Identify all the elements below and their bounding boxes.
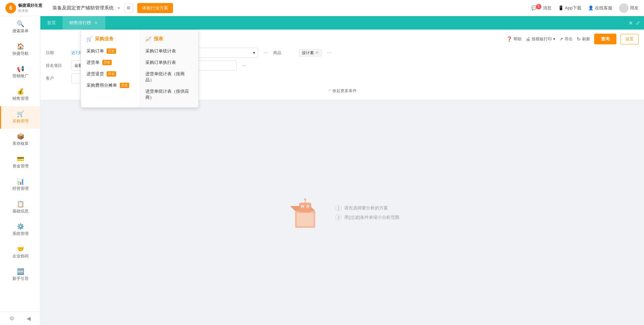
dropdown-inbound[interactable]: 进货单 历史 (81, 57, 140, 68)
app-download-btn[interactable]: 📱 App下载 (558, 5, 581, 11)
tab-home-label: 首页 (47, 20, 56, 26)
basic-info-icon: 📋 (17, 201, 24, 207)
sidebar-label-sales: 销售管理 (12, 96, 29, 101)
purchase-dropdown-menu: 🛒 采购业务 采购订单 历史 进货单 历史 进货退货 历史 (81, 30, 199, 108)
purchase-order-label: 采购订单 (86, 48, 104, 54)
sidebar: 🔍 搜索菜单 🏠 快捷导航 📢 营销推广 💰 销售管理 🛒 采购管理 📦 库存核… (0, 16, 40, 325)
sidebar-item-basic-info[interactable]: 📋 基础信息 (0, 196, 40, 219)
user-btn[interactable]: 用友 (619, 3, 639, 13)
sidebar-item-sales[interactable]: 💰 销售管理 (0, 84, 40, 106)
purchase-col-icon: 🛒 (86, 36, 92, 42)
service-icon: 👤 (588, 5, 594, 10)
dropdown-purchase-order-stats[interactable]: 采购订单统计表 (140, 45, 199, 57)
message-badge: 5 (536, 4, 541, 9)
sidebar-label-guide: 新手引导 (12, 276, 29, 282)
sidebar-collapse-btn[interactable]: ◀ (27, 315, 31, 322)
sidebar-item-search[interactable]: 🔍 搜索菜单 (0, 16, 40, 39)
search-icon: 🔍 (17, 21, 24, 27)
tab-bar-right: ✕ ⤢ (629, 20, 644, 26)
purchase-order-history-badge: 历史 (107, 48, 116, 54)
sidebar-bottom: ⚙ ◀ (0, 312, 40, 325)
sidebar-item-quick-nav[interactable]: 🏠 快捷导航 (0, 39, 40, 61)
sidebar-label-enterprise: 企业协同 (12, 253, 29, 259)
sidebar-item-guide[interactable]: 🆕 新手引导 (0, 264, 40, 286)
purchase-icon: 🛒 (17, 111, 24, 117)
report-col-icon: 📈 (145, 36, 151, 42)
sidebar-item-inventory[interactable]: 📦 库存核算 (0, 129, 40, 151)
purchase-col-title: 采购业务 (95, 36, 114, 42)
sidebar-label-marketing: 营销推广 (12, 73, 29, 79)
sidebar-label-quick-nav: 快捷导航 (12, 51, 29, 56)
inbound-return-history-badge: 历史 (107, 71, 116, 77)
content-area: 首页 销售排行榜 ✕ ✕ ⤢ ❓ 帮助 (40, 16, 644, 325)
sidebar-item-marketing[interactable]: 📢 营销推广 (0, 61, 40, 84)
sidebar-item-purchase[interactable]: 🛒 采购管理 (0, 106, 40, 129)
purchase-col-header: 🛒 采购业务 (81, 34, 140, 45)
industry-solution-btn[interactable]: 体验行业方案 (137, 3, 173, 13)
purchase-order-exec-label: 采购订单执行表 (145, 59, 176, 66)
sidebar-label-purchase: 采购管理 (12, 118, 29, 124)
purchase-fee-history-badge: 历史 (120, 83, 129, 88)
tab-sales-ranking-label: 销售排行榜 (69, 20, 91, 26)
marketing-icon: 📢 (17, 66, 24, 72)
message-label: 消息 (543, 5, 551, 11)
header-right: 💬 5 消息 📱 App下载 👤 在线客服 用友 (531, 3, 639, 13)
report-col-title: 报表 (154, 36, 163, 42)
top-header: 6 畅捷通好生意 标准版 装备及固定资产辅助管理系统 ▾ ⚙ 体验行业方案 💬 … (0, 0, 644, 16)
inbound-label: 进货单 (86, 59, 100, 66)
online-service-btn[interactable]: 👤 在线客服 (588, 5, 612, 11)
tab-close-all-icon[interactable]: ✕ (629, 20, 633, 26)
tab-bar: 首页 销售排行榜 ✕ ✕ ⤢ (40, 16, 644, 30)
dropdown-purchase-order[interactable]: 采购订单 历史 (81, 45, 140, 57)
system-name: 装备及固定资产辅助管理系统 (52, 5, 114, 11)
dropdown-inbound-stats-supplier[interactable]: 进货单统计表（按供应商） (140, 86, 199, 103)
tab-sales-ranking[interactable]: 销售排行榜 ✕ (63, 16, 105, 30)
brand-text: 畅捷通好生意 标准版 (18, 3, 42, 13)
sidebar-label-inventory: 库存核算 (12, 141, 29, 147)
inbound-history-badge: 历史 (102, 60, 112, 65)
message-btn[interactable]: 💬 5 消息 (531, 5, 551, 11)
dropdown-purchase-fee[interactable]: 采购费用分摊单 历史 (81, 80, 140, 91)
sales-icon: 💰 (17, 88, 24, 94)
inbound-stats-supplier-label: 进货单统计表（按供应商） (145, 88, 193, 100)
dropdown-inbound-stats-goods[interactable]: 进货单统计表（按商品） (140, 68, 199, 86)
purchase-fee-label: 采购费用分摊单 (86, 82, 117, 88)
sidebar-label-operation: 经营管理 (12, 186, 29, 192)
app-logo: 6 (5, 3, 16, 13)
dropdown-inbound-return[interactable]: 进货退货 历史 (81, 68, 140, 80)
enterprise-icon: 🤝 (17, 246, 24, 252)
inventory-icon: 📦 (17, 133, 24, 139)
phone-icon: 📱 (558, 5, 564, 10)
guide-icon: 🆕 (17, 269, 24, 275)
sidebar-item-operation[interactable]: 📊 经营管理 (0, 174, 40, 196)
dropdown-overlay[interactable]: 🛒 采购业务 采购订单 历史 进货单 历史 进货退货 历史 (40, 30, 644, 325)
sidebar-label-system: 系统管理 (12, 231, 29, 237)
tab-home[interactable]: 首页 (40, 16, 63, 30)
report-col-header: 📈 报表 (140, 34, 199, 45)
purchase-col: 🛒 采购业务 采购订单 历史 进货单 历史 进货退货 历史 (81, 30, 140, 107)
home-icon: 🏠 (17, 43, 24, 49)
inbound-stats-goods-label: 进货单统计表（按商品） (145, 71, 193, 83)
finance-icon: 💳 (17, 156, 24, 162)
tab-close-btn[interactable]: ✕ (93, 20, 99, 26)
sidebar-item-finance[interactable]: 💳 资金管理 (0, 151, 40, 174)
app-download-label: App下载 (565, 5, 581, 11)
tab-fullscreen-icon[interactable]: ⤢ (636, 20, 640, 26)
online-service-label: 在线客服 (595, 5, 612, 11)
brand-sub: 标准版 (18, 8, 42, 13)
purchase-order-stats-label: 采购订单统计表 (145, 48, 176, 54)
main-layout: 🔍 搜索菜单 🏠 快捷导航 📢 营销推广 💰 销售管理 🛒 采购管理 📦 库存核… (0, 16, 644, 325)
system-dropdown-icon[interactable]: ▾ (118, 6, 120, 10)
user-avatar (619, 3, 629, 13)
sidebar-item-enterprise[interactable]: 🤝 企业协同 (0, 241, 40, 264)
dropdown-purchase-order-exec[interactable]: 采购订单执行表 (140, 57, 199, 68)
sidebar-settings-btn[interactable]: ⚙ (9, 315, 14, 322)
sidebar-label-finance: 资金管理 (12, 163, 29, 169)
report-col: 📈 报表 采购订单统计表 采购订单执行表 进货单统计表（按商品） 进货单统计表（… (140, 30, 199, 107)
logo-area: 6 畅捷通好生意 标准版 (5, 3, 46, 13)
system-icon: ⚙️ (17, 224, 24, 230)
sidebar-item-system[interactable]: ⚙️ 系统管理 (0, 219, 40, 241)
header-settings-btn[interactable]: ⚙ (124, 3, 133, 13)
operation-icon: 📊 (17, 178, 24, 185)
user-label: 用友 (630, 5, 639, 11)
